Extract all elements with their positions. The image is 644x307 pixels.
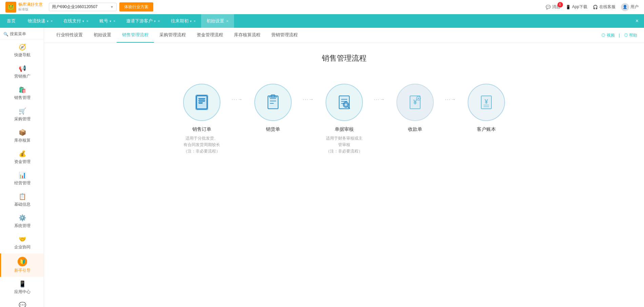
top-bar-left: 🐸 畅库满好生意 标准版 用户690企业1660120507 ▼ 体验行业方案 — [5, 2, 153, 13]
svg-rect-8 — [197, 96, 207, 109]
flow-step-receipt[interactable]: ¥ ✦ 收款单 — [388, 84, 442, 135]
service-icon: 🎧 — [593, 5, 598, 9]
sidebar-item-label: 经营管理 — [14, 180, 31, 186]
sub-tab-purchase-flow[interactable]: 采购管理流程 — [154, 28, 191, 43]
close-icon[interactable]: × — [158, 19, 160, 23]
sidebar-item-capital[interactable]: 💰 资金管理 — [0, 147, 44, 168]
flow-arrow-1: ···→ — [229, 97, 246, 102]
chevron-down-icon: ▼ — [110, 5, 114, 9]
sidebar-item-system[interactable]: ⚙️ 系统管理 — [0, 211, 44, 232]
nav-tab-period[interactable]: 往来期初 ▾ × — [165, 14, 201, 28]
close-icon[interactable]: × — [113, 19, 115, 23]
close-icon[interactable]: × — [86, 19, 88, 23]
operations-icon: 📊 — [19, 171, 26, 179]
online-service-button[interactable]: 🎧 在线客服 — [593, 4, 616, 10]
flow-arrow-4: ···→ — [442, 97, 459, 102]
search-menu-label: 搜索菜单 — [10, 31, 26, 37]
flow-step-order-review[interactable]: 单据审核 适用于财务审核或主管审核（注：非必要流程） — [317, 84, 371, 155]
sidebar-item-sales[interactable]: 🛍️ 销售管理 — [0, 83, 44, 104]
dropdown-arrow-icon: ▾ — [154, 19, 156, 23]
step-name-receipt: 收款单 — [408, 126, 422, 132]
sidebar-item-basic-info[interactable]: 📋 基础信息 — [0, 189, 44, 211]
sub-tab-industry[interactable]: 行业特性设置 — [51, 28, 88, 43]
sidebar-item-cooperation[interactable]: 🤝 企业协同 — [0, 232, 44, 253]
app-download-button[interactable]: 📱 App下载 — [566, 4, 587, 10]
nav-tab-account[interactable]: 账号 ▾ × — [94, 14, 121, 28]
user-selector[interactable]: 用户690企业1660120507 ▼ — [49, 3, 117, 11]
dropdown-arrow-icon: ▾ — [110, 19, 111, 23]
app-center-icon: 📱 — [19, 280, 26, 288]
sub-tabs-right: ◎ 视频 | ◎ 帮助 — [601, 33, 637, 38]
sidebar-item-label: 快捷导航 — [14, 52, 31, 58]
sidebar-item-label: 采购管理 — [14, 116, 31, 122]
message-button[interactable]: 💬 消息 6 — [546, 4, 560, 10]
sub-tabs: 行业特性设置 初始设置 销售管理流程 采购管理流程 资金管理流程 库存核算流程 — [44, 28, 644, 43]
sidebar-item-app-center[interactable]: 📱 应用中心 — [0, 277, 44, 298]
message-icon: 💬 — [546, 5, 551, 9]
sidebar-item-marketing[interactable]: 📢 营销推广 — [0, 61, 44, 83]
sub-tab-sales-flow[interactable]: 销售管理流程 — [117, 28, 154, 43]
message-badge: 6 — [558, 2, 563, 7]
nav-bar-close-button[interactable]: × — [630, 14, 644, 28]
sidebar-item-label: 库存核算 — [14, 138, 31, 143]
arrow-icon: ···→ — [445, 97, 456, 102]
dropdown-arrow-icon: ▾ — [82, 19, 84, 23]
svg-text:¥: ¥ — [485, 98, 488, 105]
close-icon[interactable]: × — [194, 19, 196, 23]
quick-nav-icon: 🧭 — [19, 43, 26, 51]
arrow-icon: ···→ — [374, 97, 386, 102]
sub-tab-inventory-flow[interactable]: 库存核算流程 — [229, 28, 266, 43]
sidebar-item-label: 销售管理 — [14, 95, 31, 101]
init-tab-label: 初始设置 — [207, 18, 224, 24]
marketing-icon: 📢 — [19, 65, 26, 72]
flow-step-sales-invoice[interactable]: 销货单 — [246, 84, 300, 135]
trial-button[interactable]: 体验行业方案 — [119, 2, 153, 12]
flow-step-sales-order[interactable]: 销售订单 适用于分批发货、有合同发货周期较长（注：非必要流程） — [175, 84, 229, 155]
help-button[interactable]: ◎ 帮助 — [624, 33, 637, 38]
close-icon[interactable]: × — [226, 19, 228, 23]
step-desc-order-review: 适用于财务审核或主管审核（注：非必要流程） — [326, 135, 363, 155]
payment-tab-label: 在线支付 — [63, 18, 81, 24]
arrow-icon: ···→ — [303, 97, 314, 102]
user-menu[interactable]: 👤 用户 — [621, 3, 639, 11]
nav-tab-init[interactable]: 初始设置 × — [201, 14, 234, 28]
step-circle-sales-order — [183, 84, 220, 121]
content-panel: 行业特性设置 初始设置 销售管理流程 采购管理流程 资金管理流程 库存核算流程 — [44, 28, 644, 307]
logo-name: 畅库满好生意 — [18, 2, 43, 7]
dropdown-arrow-icon: ▾ — [47, 19, 48, 23]
sidebar-item-label: 应用中心 — [14, 289, 31, 295]
sub-tab-capital-flow[interactable]: 资金管理流程 — [191, 28, 229, 43]
nav-tab-invite[interactable]: 邀请下游客户 ▾ × — [121, 14, 165, 28]
sidebar-item-label: 资金管理 — [14, 159, 31, 165]
sidebar-item-purchase[interactable]: 🛒 采购管理 — [0, 104, 44, 125]
sidebar-item-quick-nav[interactable]: 🧭 快捷导航 — [0, 40, 44, 61]
user-selector-text: 用户690企业1660120507 — [52, 4, 98, 10]
main-area: 🔍 搜索菜单 🧭 快捷导航 📢 营销推广 🛍️ 销售管理 🛒 采购管理 📦 — [0, 28, 644, 307]
sub-tab-basic-setup[interactable]: 初始设置 — [88, 28, 117, 43]
flow-step-customer-ledger[interactable]: ¥ 客户账本 — [459, 84, 513, 135]
nav-tab-logistics[interactable]: 物流快递 ▾ × — [22, 14, 58, 28]
dropdown-arrow-icon: ▾ — [190, 19, 192, 23]
sidebar-item-wechat[interactable]: 💬 企业微信 — [0, 298, 44, 307]
step-name-customer-ledger: 客户账本 — [477, 126, 496, 132]
step-circle-sales-invoice — [254, 84, 292, 121]
sub-tab-marketing-flow[interactable]: 营销管理流程 — [266, 28, 303, 43]
sidebar-item-guide[interactable]: 🔰 新手引导 — [0, 253, 44, 277]
nav-tab-home[interactable]: 首页 — [0, 14, 22, 28]
nav-tab-payment[interactable]: 在线支付 ▾ × — [58, 14, 94, 28]
step-name-sales-order: 销售订单 — [192, 126, 211, 132]
avatar: 👤 — [621, 3, 629, 11]
sidebar-item-inventory[interactable]: 📦 库存核算 — [0, 125, 44, 147]
sidebar-item-operations[interactable]: 📊 经营管理 — [0, 168, 44, 189]
capital-icon: 💰 — [19, 150, 26, 158]
svg-text:✦: ✦ — [417, 97, 420, 100]
step-name-order-review: 单据审核 — [335, 126, 354, 132]
search-menu-button[interactable]: 🔍 搜索菜单 — [0, 28, 44, 40]
sidebar-item-label: 新手引导 — [14, 268, 31, 273]
inventory-icon: 📦 — [19, 129, 26, 136]
video-help-button[interactable]: ◎ 视频 — [601, 33, 614, 38]
close-icon[interactable]: × — [51, 19, 53, 23]
flow-title: 销售管理流程 — [58, 53, 630, 63]
app-download-label: App下载 — [572, 4, 587, 10]
system-icon: ⚙️ — [19, 214, 26, 222]
